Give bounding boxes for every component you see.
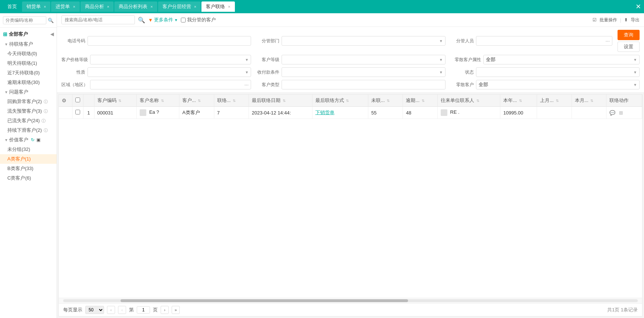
region-label: 区域（地区）	[61, 82, 88, 88]
th-overdue-sort[interactable]: ⇅	[422, 99, 425, 103]
sidebar-item-tomorrow[interactable]: 明天待联络(1)	[0, 59, 57, 68]
sidebar-item-class-c[interactable]: C类客户(6)	[0, 173, 57, 183]
my-customers-checkbox[interactable]	[181, 18, 186, 22]
th-last-contact-date-sort[interactable]: ⇅	[283, 99, 286, 103]
prev-page-button[interactable]: ‹	[118, 306, 126, 314]
th-this-month-sort[interactable]: ⇅	[590, 99, 593, 103]
manager-input[interactable]: ···	[476, 36, 612, 46]
table-gear-icon[interactable]: ⚙	[62, 98, 67, 103]
th-last-contact-method-sort[interactable]: ⇅	[346, 99, 349, 103]
settings-button[interactable]: 设置	[618, 42, 640, 52]
next-page-button[interactable]: ›	[161, 306, 169, 314]
th-code-sort[interactable]: ⇅	[118, 99, 121, 103]
sidebar-item-repurchase[interactable]: 回购异常客户(2) ⓘ	[0, 97, 57, 106]
th-name-sort[interactable]: ⇅	[161, 99, 164, 103]
nav-tab-goods-analysis-close[interactable]: ×	[107, 4, 109, 9]
th-last-month-sort[interactable]: ⇅	[556, 99, 559, 103]
query-button[interactable]: 查询	[618, 30, 640, 40]
nav-tab-goods-list[interactable]: 商品分析列表 ×	[114, 1, 157, 12]
sidebar-item-churn-warning[interactable]: 流失预警客户(3) ⓘ	[0, 106, 57, 116]
sparse-customer-select[interactable]: 全部 ▼	[476, 80, 640, 89]
nav-tab-goods-analysis[interactable]: 商品分析 ×	[80, 1, 114, 12]
row-last-contact-method[interactable]: 下销货单	[315, 110, 334, 115]
action-chat-icon[interactable]: 💬	[609, 110, 615, 116]
payment-select[interactable]: ▼	[282, 67, 445, 77]
phone-input[interactable]	[87, 36, 251, 46]
my-customers-filter[interactable]: 我分管的客户	[181, 17, 216, 23]
sidebar-all-customers[interactable]: ⊞ 全部客户 ◀	[0, 29, 57, 39]
sidebar-problem-customers-group[interactable]: ▼ 问题客户	[0, 87, 57, 97]
nav-tab-sales[interactable]: 销货单 ×	[22, 1, 50, 12]
filter-row-sparse-customer: 零散客户 全部 ▼	[450, 80, 640, 89]
nav-tab-customer-contact-close[interactable]: ×	[228, 4, 230, 9]
td-last-month	[537, 107, 572, 119]
close-all-tabs-button[interactable]: ✕	[636, 3, 641, 10]
page-number-input[interactable]	[137, 306, 150, 314]
sidebar-item-ungrouped[interactable]: 未分组(32)	[0, 145, 57, 154]
table-scroll-wrapper[interactable]: ⚙ 客户编码 ⇅ 客户名称	[59, 95, 642, 298]
th-this-year-sort[interactable]: ⇅	[519, 99, 522, 103]
nav-tab-goods-list-close[interactable]: ×	[150, 4, 153, 9]
department-select[interactable]: ▼	[282, 36, 445, 46]
filter-row-payment: 收付款条件 ▼	[255, 67, 445, 77]
sidebar-item-class-a[interactable]: A类客户(1)	[0, 154, 57, 164]
value-settings-icon[interactable]: ▣	[36, 137, 40, 142]
td-action: 💬 ⊞	[607, 107, 642, 119]
last-page-button[interactable]: »	[172, 306, 180, 314]
more-conditions-button[interactable]: ▼ 更多条件 ▼	[148, 17, 178, 23]
th-unit-contact-sort[interactable]: ⇅	[476, 99, 479, 103]
sidebar-item-week[interactable]: 近7天待联络(0)	[0, 68, 57, 78]
nav-tab-sales-close[interactable]: ×	[44, 4, 46, 9]
sidebar-value-customers-group[interactable]: ▼ 价值客户 ↻ ▣	[0, 135, 57, 145]
sidebar-search-input[interactable]	[3, 16, 46, 24]
sidebar-item-class-b[interactable]: B类客户(33)	[0, 164, 57, 173]
sidebar-item-today[interactable]: 今天待联络(0)	[0, 49, 57, 59]
status-select[interactable]: ▼	[476, 67, 640, 77]
row-checkbox[interactable]	[75, 110, 80, 114]
value-refresh-icon[interactable]: ↻	[31, 137, 35, 142]
price-tier-label: 客户价格等级	[61, 57, 88, 63]
sidebar-search-icon[interactable]: 🔍	[48, 18, 54, 23]
manager-dots: ···	[605, 38, 610, 44]
th-this-month-label: 本月...	[575, 98, 588, 103]
churn-warning-info-icon: ⓘ	[44, 109, 48, 113]
sidebar-item-declining[interactable]: 持续下滑客户(2) ⓘ	[0, 126, 57, 135]
nature-select[interactable]: ▼	[87, 67, 251, 77]
th-no-contact-sort[interactable]: ⇅	[387, 99, 390, 103]
batch-action-link[interactable]: 批量操作	[600, 17, 617, 23]
customer-type-input[interactable]	[282, 80, 445, 89]
per-page-select[interactable]: 50 20 100	[85, 306, 104, 314]
th-contacts-sort[interactable]: ⇅	[233, 99, 236, 103]
sidebar-item-overdue[interactable]: 逾期未联络(30)	[0, 78, 57, 87]
row-this-year: 10995.00	[503, 110, 523, 116]
top-navigation: 首页 销货单 × 进货单 × 商品分析 × 商品分析列表 × 客户分层经营 × …	[0, 0, 644, 13]
customer-tier-select[interactable]: ▼	[282, 55, 445, 64]
price-tier-chevron: ▼	[245, 58, 248, 62]
nav-tab-customer-contact[interactable]: 客户联络 ×	[201, 1, 235, 12]
page-end-label: 页	[153, 307, 158, 313]
action-qr-icon[interactable]: ⊞	[619, 110, 623, 116]
sparse-attr-select[interactable]: 全部 ▼	[483, 55, 640, 64]
sidebar-item-churned[interactable]: 已流失客户(24) ⓘ	[0, 116, 57, 126]
filter-search-input[interactable]	[61, 15, 135, 24]
sidebar-pending-contact-group[interactable]: ▼ 待联络客户	[0, 39, 57, 49]
sidebar-pending-contact-label: 待联络客户	[9, 41, 33, 47]
select-all-checkbox[interactable]	[75, 98, 80, 102]
nav-tab-customer-tier-close[interactable]: ×	[194, 4, 196, 9]
region-input[interactable]: ···	[90, 80, 251, 89]
filter-search-button[interactable]: 🔍	[138, 17, 145, 24]
horizontal-scrollbar[interactable]	[59, 298, 642, 303]
th-category-sort[interactable]: ⇅	[198, 99, 201, 103]
sidebar-item-declining-label: 持续下滑客户(2)	[7, 127, 42, 133]
nav-tab-home[interactable]: 首页	[3, 1, 21, 12]
payment-label: 收付款条件	[255, 69, 279, 75]
th-code: 客户编码 ⇅	[94, 95, 137, 107]
first-page-button[interactable]: «	[107, 306, 115, 314]
price-tier-select[interactable]: ▼	[90, 55, 251, 64]
nav-tab-customer-tier[interactable]: 客户分层经营 ×	[158, 1, 201, 12]
sidebar-collapse-icon[interactable]: ◀	[50, 32, 54, 37]
nav-tab-purchase-close[interactable]: ×	[73, 4, 75, 9]
export-link[interactable]: 导出	[631, 17, 640, 23]
manager-label: 分管人员	[450, 38, 474, 44]
nav-tab-purchase[interactable]: 进货单 ×	[51, 1, 79, 12]
